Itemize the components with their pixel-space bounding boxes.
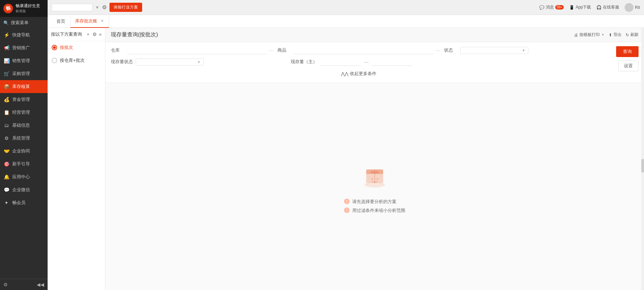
close-tab-icon[interactable]: ✕ — [101, 19, 104, 23]
product-dots[interactable]: ··· — [436, 48, 440, 53]
warehouse-field: 仓库 ··· — [111, 46, 273, 54]
empty-tip: 2 用过滤条件来缩小分析范围 — [344, 207, 405, 214]
sidebar-item-quick-nav[interactable]: ⚡ 快捷导航 — [0, 29, 48, 41]
tab-close-btn[interactable]: ✕ — [99, 19, 104, 23]
collapse-panel-btn[interactable]: « — [99, 32, 102, 37]
refresh-btn[interactable]: ↻ 刷新 — [626, 32, 639, 38]
right-scrollbar[interactable] — [641, 28, 644, 290]
print-chevron-icon: ▼ — [601, 33, 605, 37]
page-title: 现存量查询(按批次) — [111, 31, 158, 38]
headset-icon: 🎧 — [596, 5, 601, 10]
batch-account-tab-label: 库存批次账 — [75, 18, 97, 24]
filter-area: 仓库 ··· 商品 ··· — [105, 42, 644, 83]
collapse-sidebar-icon[interactable]: ◀◀ — [37, 282, 44, 287]
export-btn[interactable]: ⬆ 导出 — [609, 32, 622, 38]
sidebar-item-system[interactable]: ⚙ 系统管理 — [0, 132, 48, 145]
tip-text: 请先选择要分析的方案 — [352, 199, 396, 205]
app-subtitle: 标准版 — [16, 9, 40, 14]
scheme-item-by-warehouse-batch[interactable]: 按仓库+批次 — [48, 54, 105, 67]
print-icon: 🖨 — [574, 33, 578, 37]
user-profile-btn[interactable]: Rit — [625, 3, 640, 12]
tip-text: 用过滤条件来缩小分析范围 — [352, 207, 405, 214]
right-panel: 现存量查询(按批次) 🖨 按模板打印 ▼ ⬆ 导出 ↻ 刷新 — [105, 28, 644, 290]
app-info: 畅康通好生意 标准版 — [16, 3, 40, 14]
inventory-qty-to-input[interactable] — [371, 58, 412, 66]
warehouse-dots[interactable]: ··· — [269, 48, 273, 53]
scheme-item-by-batch[interactable]: 按批次 — [48, 41, 105, 54]
sidebar-item-inventory[interactable]: 📦 库存核算 — [0, 80, 48, 93]
query-btn[interactable]: 查询 — [616, 46, 639, 57]
tab-home[interactable]: 首页 — [52, 15, 70, 28]
inventory-status-select[interactable]: ▼ — [136, 58, 204, 66]
topbar-search-input[interactable] — [52, 4, 92, 11]
sidebar-nav: ⚡ 快捷导航 📢 营销推广 📊 销售管理 🛒 采购管理 📦 库存核算 💰 资金管… — [0, 29, 48, 209]
settings-btn[interactable]: 设置 — [618, 60, 639, 71]
filter-row-2: 现存量状态 ▼ 现存量（主） — — [111, 58, 607, 66]
sidebar-item-purchase[interactable]: 🛒 采购管理 — [0, 67, 48, 80]
sidebar-item-label: 采购管理 — [12, 71, 30, 77]
message-btn[interactable]: 💬 消息 99+ — [539, 4, 564, 10]
sidebar-item-label: 新手引导 — [12, 161, 30, 167]
sidebar-item-app-center[interactable]: 🔔 应用中心 — [0, 170, 48, 183]
print-btn[interactable]: 🖨 按模板打印 ▼ — [574, 32, 605, 38]
warehouse-label: 仓库 — [111, 47, 124, 53]
sidebar-item-newbie[interactable]: 🎯 新手引导 — [0, 158, 48, 170]
sidebar-item-basic[interactable]: 🗂 基础信息 — [0, 119, 48, 132]
svg-point-7 — [377, 178, 378, 180]
sidebar-item-sales[interactable]: 📊 销售管理 — [0, 54, 48, 67]
sidebar-item-label: 销售管理 — [12, 58, 30, 64]
add-scheme-btn[interactable]: ＋ — [86, 31, 90, 37]
inventory-icon: 📦 — [3, 84, 10, 90]
app-center-icon: 🔔 — [3, 174, 10, 180]
home-tab-label: 首页 — [56, 18, 65, 24]
sidebar-item-label: 经营管理 — [12, 109, 30, 115]
left-panel-actions: ＋ ⚙ « — [86, 31, 102, 37]
scheme-label: 按仓库+批次 — [60, 57, 85, 64]
sidebar-search[interactable]: 🔍 搜索菜单 — [0, 17, 48, 29]
status-chevron-icon: ▼ — [522, 49, 525, 52]
scheme-query-label: 按以下方案查询 — [51, 31, 82, 37]
sidebar-item-member[interactable]: ✦ 畅会员 — [0, 196, 48, 209]
sidebar-item-label: 资金管理 — [12, 96, 30, 103]
search-icon: 🔍 — [3, 20, 9, 25]
left-panel: 按以下方案查询 ＋ ⚙ « 按批次 按仓库+批次 — [48, 28, 105, 290]
online-service-btn[interactable]: 🎧 在线客服 — [596, 4, 619, 10]
tip-number: 2 — [344, 207, 350, 213]
wechat-icon: 💬 — [3, 187, 10, 193]
filter-actions: 查询 设置 — [616, 46, 639, 71]
empty-tip: 1 请先选择要分析的方案 — [344, 199, 405, 205]
settings-footer-icon[interactable]: ⚙ — [3, 282, 8, 287]
app-logo: 畅 — [3, 4, 13, 13]
basic-icon: 🗂 — [3, 122, 10, 128]
sidebar-item-label: 基础信息 — [12, 122, 30, 128]
sidebar-item-wechat[interactable]: 💬 企业微信 — [0, 183, 48, 196]
collapse-more-btn[interactable]: ⋀⋀ 收起更多条件 — [338, 69, 379, 78]
product-label: 商品 — [277, 47, 291, 53]
sidebar-item-label: 畅会员 — [12, 200, 26, 206]
marketing-icon: 📢 — [3, 45, 10, 51]
sidebar-item-operations[interactable]: 📋 经营管理 — [0, 106, 48, 119]
sidebar-item-enterprise[interactable]: 🤝 企业协同 — [0, 145, 48, 158]
message-icon: 💬 — [539, 5, 544, 10]
warehouse-input[interactable] — [127, 46, 267, 54]
topbar-chevron-icon[interactable]: ▼ — [95, 5, 99, 10]
sidebar-scroll: 🔍 搜索菜单 ⚡ 快捷导航 📢 营销推广 📊 销售管理 🛒 采购管理 📦 库存核… — [0, 17, 48, 279]
member-icon: ✦ — [3, 200, 10, 206]
status-select[interactable]: ▼ — [460, 47, 528, 54]
experience-btn[interactable]: 体验行业方案 — [109, 3, 142, 12]
inventory-qty-from-input[interactable] — [321, 58, 361, 66]
app-download-btn[interactable]: 📱 App下载 — [569, 4, 591, 10]
sidebar-item-finance[interactable]: 💰 资金管理 — [0, 93, 48, 106]
topbar-gear-icon[interactable]: ⚙ — [102, 4, 107, 11]
tab-batch-account[interactable]: 库存批次账 ✕ — [70, 15, 109, 28]
left-panel-header: 按以下方案查询 ＋ ⚙ « — [48, 28, 105, 41]
sidebar-item-label: 库存核算 — [12, 84, 30, 90]
scheme-settings-btn[interactable]: ⚙ — [92, 32, 97, 37]
topbar-right: 💬 消息 99+ 📱 App下载 🎧 在线客服 Rit — [539, 3, 640, 12]
inventory-status-chevron-icon: ▼ — [197, 60, 201, 64]
sidebar-item-marketing[interactable]: 📢 营销推广 — [0, 41, 48, 54]
sales-icon: 📊 — [3, 58, 10, 64]
page-header-actions: 🖨 按模板打印 ▼ ⬆ 导出 ↻ 刷新 — [574, 32, 639, 38]
product-input[interactable] — [294, 46, 433, 54]
app-download-icon: 📱 — [569, 5, 574, 10]
